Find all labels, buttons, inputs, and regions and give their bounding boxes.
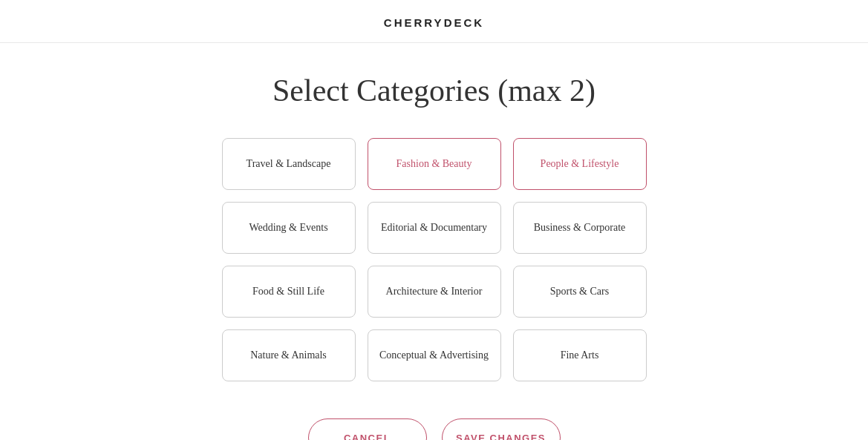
category-btn-business-corporate[interactable]: Business & Corporate (513, 202, 647, 254)
category-btn-editorial-documentary[interactable]: Editorial & Documentary (368, 202, 501, 254)
category-btn-architecture-interior[interactable]: Architecture & Interior (368, 266, 501, 318)
cancel-button[interactable]: CANCEL (308, 418, 427, 440)
page-title: Select Categories (max 2) (273, 73, 595, 108)
save-changes-button[interactable]: SAVE CHANGES (442, 418, 561, 440)
category-btn-sports-cars[interactable]: Sports & Cars (513, 266, 647, 318)
category-btn-travel-landscape[interactable]: Travel & Landscape (222, 138, 356, 190)
category-btn-fashion-beauty[interactable]: Fashion & Beauty (368, 138, 501, 190)
category-btn-fine-arts[interactable]: Fine Arts (513, 329, 647, 381)
category-btn-food-still-life[interactable]: Food & Still Life (222, 266, 356, 318)
main-content: Select Categories (max 2) Travel & Lands… (0, 43, 868, 440)
app-logo: CHERRYDECK (384, 16, 484, 29)
app-header: CHERRYDECK (0, 0, 868, 43)
category-btn-nature-animals[interactable]: Nature & Animals (222, 329, 356, 381)
categories-grid: Travel & LandscapeFashion & BeautyPeople… (222, 138, 647, 381)
category-btn-wedding-events[interactable]: Wedding & Events (222, 202, 356, 254)
category-btn-conceptual-advertising[interactable]: Conceptual & Advertising (368, 329, 501, 381)
actions-row: CANCEL SAVE CHANGES (308, 418, 561, 440)
category-btn-people-lifestyle[interactable]: People & Lifestyle (513, 138, 647, 190)
